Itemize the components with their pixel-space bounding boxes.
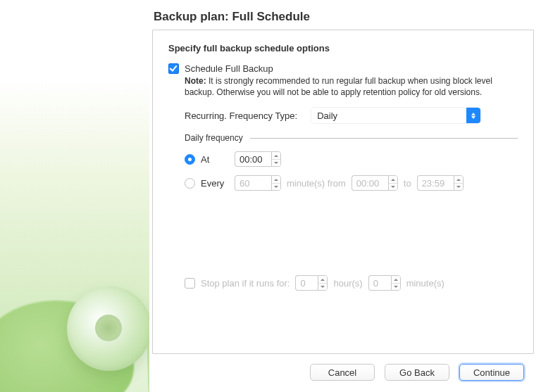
every-to-stepper[interactable] <box>417 175 464 191</box>
stepper-down-icon[interactable] <box>272 159 280 167</box>
frequency-type-value: Daily <box>311 108 466 123</box>
note-text: It is strongly recommended to run regula… <box>185 76 492 97</box>
stepper-buttons[interactable] <box>271 151 281 167</box>
stop-hours-input[interactable] <box>295 275 318 291</box>
note-prefix: Note: <box>185 76 206 86</box>
stop-hours-stepper[interactable] <box>295 275 328 291</box>
schedule-note: Note: It is strongly recommended to run … <box>185 75 518 98</box>
stop-plan-label: Stop plan if it runs for: <box>201 278 290 289</box>
every-radio[interactable] <box>185 178 195 189</box>
stepper-up-icon[interactable] <box>392 276 400 283</box>
at-radio-label: At <box>201 154 229 165</box>
stepper-down-icon[interactable] <box>454 183 463 191</box>
daily-frequency-legend: Daily frequency <box>185 133 243 143</box>
frequency-type-label: Recurring. Frequency Type: <box>185 110 297 121</box>
schedule-full-backup-label: Schedule Full Backup <box>185 63 518 74</box>
stepper-buttons[interactable] <box>391 275 401 291</box>
stop-minutes-input[interactable] <box>368 275 391 291</box>
every-value-input[interactable] <box>235 175 271 191</box>
stepper-buttons[interactable] <box>388 175 398 191</box>
stop-hours-unit: hour(s) <box>333 278 362 289</box>
every-unit-label: minute(s) from <box>287 178 346 189</box>
select-arrows-icon <box>466 108 480 123</box>
at-time-stepper[interactable] <box>235 151 281 167</box>
every-value-stepper[interactable] <box>235 175 281 191</box>
options-panel: Specify full backup schedule options Sch… <box>152 30 534 354</box>
stop-plan-checkbox[interactable] <box>185 278 195 289</box>
stepper-down-icon[interactable] <box>318 283 327 291</box>
every-to-input[interactable] <box>417 175 454 191</box>
stepper-up-icon[interactable] <box>272 152 280 159</box>
at-time-input[interactable] <box>235 151 271 167</box>
every-radio-label: Every <box>201 178 229 189</box>
frequency-type-select[interactable]: Daily <box>311 108 480 123</box>
stepper-up-icon[interactable] <box>272 176 280 183</box>
stepper-down-icon[interactable] <box>392 283 400 291</box>
stepper-up-icon[interactable] <box>454 176 463 183</box>
page-title: Backup plan: Full Schedule <box>154 10 534 24</box>
divider-line <box>250 138 518 139</box>
at-radio[interactable] <box>185 154 195 165</box>
every-from-stepper[interactable] <box>352 175 398 191</box>
go-back-button[interactable]: Go Back <box>385 364 449 381</box>
stepper-up-icon[interactable] <box>318 276 327 283</box>
schedule-full-backup-checkbox[interactable] <box>168 63 179 74</box>
stepper-buttons[interactable] <box>271 175 281 191</box>
to-label: to <box>404 178 411 189</box>
every-from-input[interactable] <box>352 175 388 191</box>
disc-icon <box>67 286 149 371</box>
stepper-down-icon[interactable] <box>389 183 397 191</box>
stop-minutes-stepper[interactable] <box>368 275 401 291</box>
stepper-up-icon[interactable] <box>389 176 397 183</box>
wizard-footer: Cancel Go Back Continue <box>152 354 534 392</box>
continue-button[interactable]: Continue <box>459 364 524 381</box>
stepper-down-icon[interactable] <box>272 183 280 191</box>
wizard-sidebar <box>0 0 149 392</box>
stepper-buttons[interactable] <box>454 175 464 191</box>
panel-subtitle: Specify full backup schedule options <box>168 43 518 53</box>
stepper-buttons[interactable] <box>318 275 328 291</box>
cancel-button[interactable]: Cancel <box>310 364 375 381</box>
stop-minutes-unit: minute(s) <box>406 278 444 289</box>
